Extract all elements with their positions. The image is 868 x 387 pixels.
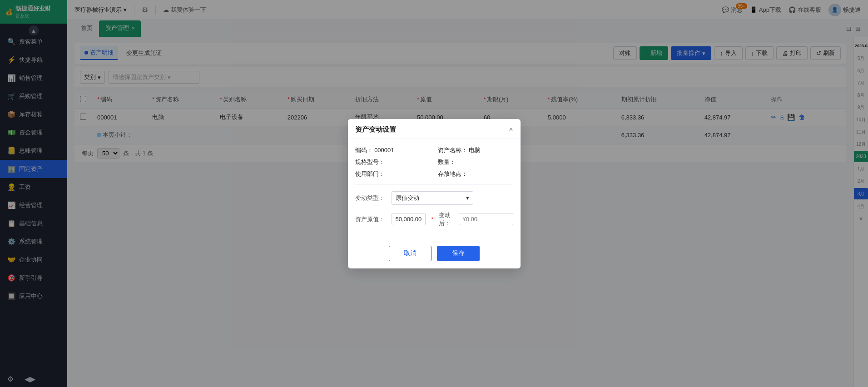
change-type-chevron-icon: ▾: [466, 194, 469, 201]
change-type-value: 原值变动: [396, 194, 419, 202]
dialog-footer: 取消 保存: [348, 241, 521, 268]
change-type-label: 变动类型：: [355, 194, 387, 202]
dialog-header: 资产变动设置 ×: [348, 119, 521, 139]
original-value-val: 50,000.00: [396, 216, 422, 223]
dialog-code: 编码： 000001: [355, 146, 431, 154]
original-value-label: 资产原值：: [355, 215, 387, 223]
after-change-input[interactable]: [459, 213, 513, 225]
dialog-spec: 规格型号：: [355, 158, 431, 166]
change-type-select[interactable]: 原值变动 ▾: [392, 191, 473, 205]
save-btn[interactable]: 保存: [437, 246, 480, 261]
cancel-btn[interactable]: 取消: [389, 246, 432, 261]
dialog-title: 资产变动设置: [355, 125, 396, 134]
after-change-label: 变动后：: [439, 211, 453, 228]
dialog-info-grid: 编码： 000001 资产名称： 电脑 规格型号： 数量： 使用部门：: [355, 146, 513, 185]
dialog-location: 存放地点：: [438, 170, 513, 178]
dialog-dept: 使用部门：: [355, 170, 431, 178]
dialog-body: 编码： 000001 资产名称： 电脑 规格型号： 数量： 使用部门：: [348, 139, 521, 241]
dialog-value-row: 资产原值： 50,000.00 * 变动后：: [355, 211, 513, 228]
original-value-display: 50,000.00: [392, 213, 426, 225]
dialog-qty: 数量：: [438, 158, 513, 166]
modal-overlay[interactable]: 资产变动设置 × 编码： 000001 资产名称： 电脑 规格型号： 数量：: [0, 0, 868, 387]
dialog-close-btn[interactable]: ×: [509, 125, 513, 134]
dialog-change-type-row: 变动类型： 原值变动 ▾: [355, 191, 513, 205]
dialog-asset-name: 资产名称： 电脑: [438, 146, 513, 154]
asset-change-dialog: 资产变动设置 × 编码： 000001 资产名称： 电脑 规格型号： 数量：: [348, 119, 521, 268]
required-star: *: [431, 216, 433, 223]
